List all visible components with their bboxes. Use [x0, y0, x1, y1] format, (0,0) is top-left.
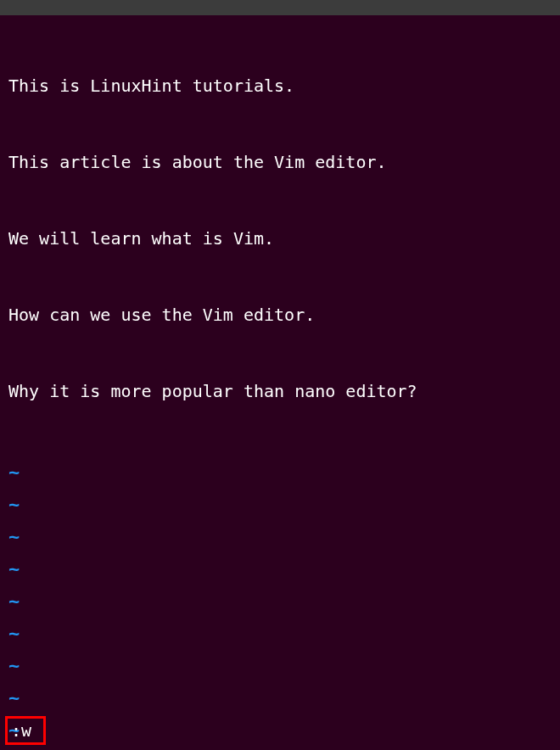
tilde-icon: ~: [8, 618, 552, 650]
vim-editor-area[interactable]: This is LinuxHint tutorials. This articl…: [0, 15, 560, 750]
buffer-line: This is LinuxHint tutorials.: [8, 73, 552, 98]
terminal-title-bar: [0, 0, 560, 15]
buffer-line: How can we use the Vim editor.: [8, 302, 552, 327]
tilde-icon: ~: [8, 521, 552, 553]
tilde-icon: ~: [8, 650, 552, 682]
tilde-icon: ~: [8, 553, 552, 585]
command-highlight-box: :w: [5, 716, 46, 745]
tilde-icon: ~: [8, 489, 552, 521]
empty-line-markers: ~~~~~~~~~~~~~~~~~~: [8, 455, 552, 750]
buffer-line: Why it is more popular than nano editor?: [8, 378, 552, 404]
tilde-icon: ~: [8, 747, 552, 750]
buffer-line: This article is about the Vim editor.: [8, 149, 552, 175]
buffer-line: We will learn what is Vim.: [8, 226, 552, 251]
tilde-icon: ~: [8, 682, 552, 714]
vim-command-line[interactable]: :w: [11, 720, 31, 741]
tilde-icon: ~: [8, 456, 552, 489]
buffer-content[interactable]: This is LinuxHint tutorials. This articl…: [8, 22, 552, 455]
tilde-icon: ~: [8, 714, 552, 747]
tilde-icon: ~: [8, 585, 552, 618]
